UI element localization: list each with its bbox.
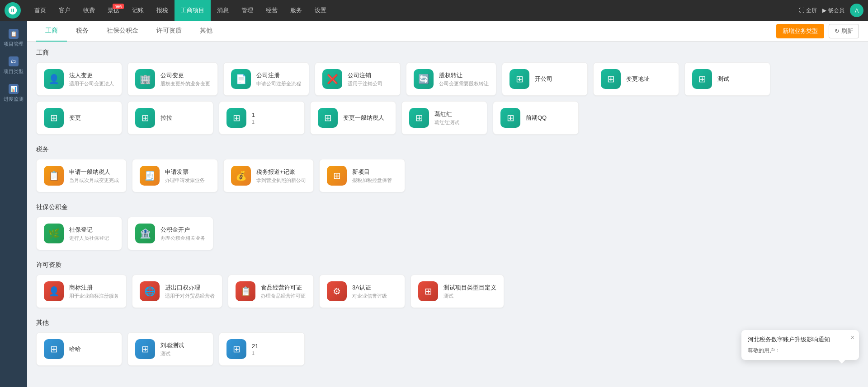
card-name: 拉拉 — [160, 114, 206, 122]
sidebar-item-项目类型[interactable]: 🗂项目类型 — [2, 53, 25, 79]
sub-tab-许可资质[interactable]: 许可资质 — [147, 21, 191, 42]
card-name: 法人变更 — [69, 71, 114, 79]
business-card[interactable]: ⊞前期QQ — [493, 101, 579, 135]
business-card[interactable]: ⊞变更一般纳税人 — [310, 101, 396, 135]
card-name: 3A认证 — [352, 284, 397, 292]
member-btn[interactable]: ▶ 畅会员 — [822, 7, 844, 14]
nav-item-设置[interactable]: 设置 — [308, 0, 333, 21]
section-许可资质: 许可资质👤商标注册用于企业商标注册服务🌐进出口权办理适用于对外贸易经营者📋食品经… — [36, 261, 859, 308]
section-title: 工商 — [36, 49, 859, 57]
nav-item-工商项目[interactable]: 工商项目 — [175, 0, 211, 21]
card-name: 开公司 — [535, 75, 580, 83]
card-desc: 报税加税控盘保管 — [352, 177, 397, 184]
user-avatar[interactable]: A — [850, 4, 863, 17]
card-info: 公司注册申请公司注册全流程 — [256, 71, 302, 87]
business-card[interactable]: ⊞变更地址 — [593, 62, 679, 96]
card-info: 公司变更股权变更外的业务变更 — [160, 71, 210, 87]
business-card[interactable]: ⊞211 — [219, 332, 305, 366]
fullscreen-label: 全屏 — [806, 7, 817, 14]
nav-item-票据[interactable]: 票据new — [101, 0, 126, 21]
section-工商: 工商👤法人变更适用于公司变更法人🏢公司变更股权变更外的业务变更📄公司注册申请公司… — [36, 49, 859, 135]
card-icon: 🔄 — [414, 69, 434, 89]
card-icon: ⊞ — [601, 69, 621, 89]
card-info: 法人变更适用于公司变更法人 — [69, 71, 114, 87]
card-name: 公积金开户 — [160, 226, 206, 234]
business-card[interactable]: 🧾申请发票办理申请发票业务 — [132, 159, 218, 192]
sub-tab-社保公积金[interactable]: 社保公积金 — [98, 21, 147, 42]
sidebar-item-项目管理[interactable]: 📋项目管理 — [2, 25, 25, 51]
card-name: 葛红红 — [434, 110, 480, 118]
business-card[interactable]: 📄公司注册申请公司注册全流程 — [223, 62, 309, 96]
card-desc: 进行人员社保登记 — [69, 235, 114, 242]
sub-tab-工商[interactable]: 工商 — [36, 21, 67, 42]
business-card[interactable]: ⊞新项目报税加税控盘保管 — [319, 159, 405, 192]
refresh-label: 刷新 — [841, 27, 853, 35]
new-type-button[interactable]: 新增业务类型 — [776, 24, 824, 38]
business-card[interactable]: 👤商标注册用于企业商标注册服务 — [36, 275, 127, 308]
nav-item-管理[interactable]: 管理 — [235, 0, 259, 21]
card-grid: ⊞哈哈⊞刘聪测试测试⊞211 — [36, 332, 859, 366]
business-card[interactable]: ⊞11 — [219, 101, 305, 135]
card-desc: 1 — [252, 119, 297, 125]
business-card[interactable]: ⊞测试项目类型目定义测试 — [410, 275, 504, 308]
section-title: 税务 — [36, 145, 859, 154]
card-desc: 测试 — [160, 350, 206, 357]
sub-tab-税务[interactable]: 税务 — [67, 21, 98, 42]
sidebar: 📋项目管理🗂项目类型📊进度监测 — [0, 21, 27, 387]
business-card[interactable]: ⊞哈哈 — [36, 332, 122, 366]
business-card[interactable]: ⊞刘聪测试测试 — [127, 332, 213, 366]
business-card[interactable]: ⊞葛红红葛红红测试 — [401, 101, 487, 135]
sidebar-item-进度监测[interactable]: 📊进度监测 — [2, 80, 25, 106]
nav-item-记账[interactable]: 记账 — [126, 0, 150, 21]
card-info: 股权转让公司变更需要股权转让 — [439, 71, 489, 87]
right-actions: ⛶ 全屏 ▶ 畅会员 A — [799, 4, 863, 17]
refresh-button[interactable]: ↻ 刷新 — [829, 24, 859, 38]
card-info: 刘聪测试测试 — [160, 341, 206, 357]
business-card[interactable]: 👤法人变更适用于公司变更法人 — [36, 62, 122, 96]
notification-bubble: × 河北税务数字账户升级影响通知 尊敬的用户： — [741, 330, 859, 360]
section-社保公积金: 社保公积金🌿社保登记进行人员社保登记🏦公积金开户办理公积金相关业务 — [36, 203, 859, 250]
business-card[interactable]: ⊞开公司 — [502, 62, 588, 96]
business-card[interactable]: ⊞变更 — [36, 101, 122, 135]
business-card[interactable]: ⚙3A认证对企业信誉评级 — [319, 275, 405, 308]
card-name: 食品经营许可证 — [261, 284, 306, 292]
card-icon: 🌿 — [44, 224, 64, 243]
notification-close[interactable]: × — [851, 334, 854, 341]
card-name: 社保登记 — [69, 226, 114, 234]
business-card[interactable]: 🏦公积金开户办理公积金相关业务 — [127, 217, 213, 250]
business-card[interactable]: 💰税务报道+记账拿到营业执照的新公司 — [223, 159, 314, 192]
sub-tab-其他[interactable]: 其他 — [191, 21, 222, 42]
business-card[interactable]: ❌公司注销适用于注销公司 — [315, 62, 401, 96]
card-name: 新项目 — [352, 168, 397, 176]
card-icon: 👤 — [44, 281, 64, 301]
nav-item-收费[interactable]: 收费 — [77, 0, 101, 21]
nav-item-客户[interactable]: 客户 — [52, 0, 77, 21]
nav-item-消息[interactable]: 消息 — [211, 0, 235, 21]
nav-item-服务[interactable]: 服务 — [284, 0, 308, 21]
business-card[interactable]: 📋申请一般纳税人当月或次月成变更完成 — [36, 159, 127, 192]
app-logo[interactable] — [5, 2, 21, 19]
card-name: 变更地址 — [626, 75, 671, 83]
nav-item-报税[interactable]: 报税 — [150, 0, 175, 21]
card-desc: 葛红红测试 — [434, 119, 480, 126]
nav-item-首页[interactable]: 首页 — [28, 0, 52, 21]
business-card[interactable]: 🌿社保登记进行人员社保登记 — [36, 217, 122, 250]
card-desc: 拿到营业执照的新公司 — [256, 177, 306, 184]
nav-item-经营[interactable]: 经营 — [259, 0, 284, 21]
business-card[interactable]: 🌐进出口权办理适用于对外贸易经营者 — [132, 275, 222, 308]
business-card[interactable]: ⊞测试 — [684, 62, 770, 96]
card-desc: 用于企业商标注册服务 — [69, 293, 119, 299]
fullscreen-btn[interactable]: ⛶ 全屏 — [799, 7, 817, 14]
business-card[interactable]: 📋食品经营许可证办理食品经营许可证 — [228, 275, 314, 308]
business-card[interactable]: 🏢公司变更股权变更外的业务变更 — [127, 62, 218, 96]
sidebar-label: 进度监测 — [4, 96, 24, 103]
business-card[interactable]: ⊞拉拉 — [127, 101, 213, 135]
card-icon: 🧾 — [140, 166, 160, 186]
card-desc: 办理食品经营许可证 — [261, 293, 306, 299]
business-card[interactable]: 🔄股权转让公司变更需要股权转让 — [406, 62, 496, 96]
card-name: 公司注销 — [348, 71, 393, 79]
card-icon: 💰 — [231, 166, 251, 186]
card-info: 变更一般纳税人 — [343, 114, 388, 122]
card-info: 变更地址 — [626, 75, 671, 83]
card-desc: 办理申请发票业务 — [165, 177, 210, 184]
